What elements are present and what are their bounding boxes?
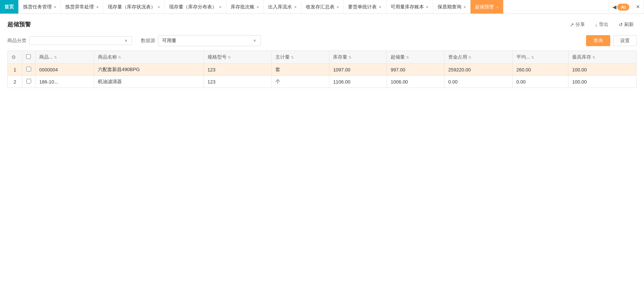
page-header: 超储预警 ↗ 分享 ↓ 导出 ↺ 刷新 bbox=[7, 20, 637, 29]
cell-max-stock: 100.00 bbox=[568, 64, 637, 76]
cell-avg: 0.00 bbox=[513, 76, 568, 88]
row-checkbox-cell bbox=[22, 64, 36, 76]
cell-avg: 260.00 bbox=[513, 64, 568, 76]
category-label: 商品分类 bbox=[7, 37, 26, 44]
refresh-icon: ↺ bbox=[619, 22, 623, 27]
nav-item-3[interactable]: 现存量（库存分布表） × bbox=[165, 0, 226, 14]
sort-icon: ⇅ bbox=[228, 55, 231, 59]
cell-capital: 259220.00 bbox=[444, 64, 513, 76]
row-number: 1 bbox=[8, 64, 22, 76]
data-table: ⚙ 商品... ⇅ 商品名称 ⇅ bbox=[7, 51, 637, 88]
nav-item-6[interactable]: 收发存汇总表 × bbox=[301, 0, 344, 14]
datasource-filter: 数据源 可用量 ▼ bbox=[141, 35, 261, 46]
page-title: 超储预警 bbox=[7, 21, 31, 29]
cell-stock: 1097.00 bbox=[329, 64, 387, 76]
sort-icon: ⇅ bbox=[348, 55, 351, 59]
chevron-down-icon: ▼ bbox=[253, 38, 257, 43]
th-product-code[interactable]: 商品... ⇅ bbox=[36, 51, 94, 64]
settings-button[interactable]: 设置 bbox=[613, 35, 637, 46]
th-spec[interactable]: 规格型号 ⇅ bbox=[204, 51, 272, 64]
select-all-checkbox[interactable] bbox=[26, 54, 31, 59]
category-select[interactable]: ▼ bbox=[29, 36, 132, 45]
close-icon[interactable]: × bbox=[257, 5, 259, 9]
th-max-stock[interactable]: 最高库存 ⇅ bbox=[568, 51, 637, 64]
cell-capital: 0.00 bbox=[444, 76, 513, 88]
query-button[interactable]: 查询 bbox=[586, 35, 610, 46]
th-checkbox bbox=[22, 51, 36, 64]
filter-row: 商品分类 ▼ 数据源 可用量 ▼ 查询 设置 bbox=[7, 35, 637, 46]
nav-close-btn[interactable]: ✕ bbox=[632, 0, 644, 14]
datasource-select-value: 可用量 bbox=[162, 37, 176, 44]
sort-icon: ⇅ bbox=[592, 55, 595, 59]
header-row: ⚙ 商品... ⇅ 商品名称 ⇅ bbox=[8, 51, 637, 64]
cell-max-stock: 100.00 bbox=[568, 76, 637, 88]
th-overstock[interactable]: 超储量 ⇅ bbox=[387, 51, 444, 64]
chevron-down-icon: ▼ bbox=[124, 38, 128, 43]
table-row: 2 186-10... 机油滤清器 123 个 1106.00 1006.00 … bbox=[8, 76, 637, 88]
cell-overstock: 1006.00 bbox=[387, 76, 444, 88]
row-checkbox-cell bbox=[22, 76, 36, 88]
gear-icon[interactable]: ⚙ bbox=[11, 54, 16, 60]
close-icon[interactable]: × bbox=[496, 5, 498, 9]
cell-overstock: 997.00 bbox=[387, 64, 444, 76]
row-checkbox[interactable] bbox=[26, 67, 31, 71]
nav-item-5[interactable]: 出入库流水 × bbox=[264, 0, 301, 14]
nav-item-7[interactable]: 要货单统计表 × bbox=[344, 0, 386, 14]
close-icon[interactable]: × bbox=[96, 5, 98, 9]
cell-unit: 套 bbox=[272, 64, 329, 76]
close-icon[interactable]: × bbox=[379, 5, 381, 9]
nav-item-0[interactable]: 拣货任务管理 × bbox=[19, 0, 61, 14]
th-avg[interactable]: 平均... ⇅ bbox=[513, 51, 568, 64]
page-content: 超储预警 ↗ 分享 ↓ 导出 ↺ 刷新 商品分类 ▼ 数据源 bbox=[0, 14, 644, 293]
close-icon[interactable]: × bbox=[158, 5, 160, 9]
nav-item-2[interactable]: 现存量（库存状况表） × bbox=[103, 0, 165, 14]
datasource-select[interactable]: 可用量 ▼ bbox=[158, 35, 261, 46]
sort-icon: ⇅ bbox=[291, 55, 294, 59]
nav-item-1[interactable]: 拣货异常处理 × bbox=[61, 0, 103, 14]
cell-product-code: 0000004 bbox=[36, 64, 94, 76]
th-stock[interactable]: 库存量 ⇅ bbox=[329, 51, 387, 64]
table-row: 1 0000004 六配套新昌490BPG 123 套 1097.00 997.… bbox=[8, 64, 637, 76]
close-icon[interactable]: × bbox=[464, 5, 466, 9]
nav-home[interactable]: 首页 bbox=[0, 0, 19, 14]
category-filter: 商品分类 ▼ bbox=[7, 36, 132, 45]
filter-buttons: 查询 设置 bbox=[586, 35, 637, 46]
row-checkbox[interactable] bbox=[26, 79, 31, 84]
cell-spec: 123 bbox=[204, 76, 272, 88]
cell-stock: 1106.00 bbox=[329, 76, 387, 88]
cell-product-name: 机油滤清器 bbox=[94, 76, 204, 88]
th-unit[interactable]: 主计量 ⇅ bbox=[272, 51, 329, 64]
header-actions: ↗ 分享 ↓ 导出 ↺ 刷新 bbox=[567, 20, 637, 29]
ai-badge[interactable]: Ai bbox=[617, 4, 629, 11]
th-settings: ⚙ bbox=[8, 51, 22, 64]
close-icon[interactable]: × bbox=[426, 5, 428, 9]
sort-icon: ⇅ bbox=[54, 55, 57, 59]
close-icon[interactable]: × bbox=[219, 5, 221, 9]
nav-item-9[interactable]: 保质期查询 × bbox=[433, 0, 471, 14]
export-button[interactable]: ↓ 导出 bbox=[592, 20, 612, 29]
datasource-label: 数据源 bbox=[141, 37, 155, 44]
nav-item-4[interactable]: 库存批次账 × bbox=[226, 0, 264, 14]
cell-unit: 个 bbox=[272, 76, 329, 88]
cell-product-code: 186-10... bbox=[36, 76, 94, 88]
table-body: 1 0000004 六配套新昌490BPG 123 套 1097.00 997.… bbox=[8, 64, 637, 88]
close-icon[interactable]: × bbox=[54, 5, 56, 9]
sort-icon: ⇅ bbox=[406, 55, 409, 59]
close-icon[interactable]: × bbox=[294, 5, 296, 9]
row-number: 2 bbox=[8, 76, 22, 88]
nav-item-8[interactable]: 可用量库存账本 × bbox=[386, 0, 433, 14]
nav-item-10[interactable]: 超储预警 × bbox=[471, 0, 503, 14]
close-icon[interactable]: × bbox=[337, 5, 339, 9]
export-icon: ↓ bbox=[595, 22, 598, 27]
share-button[interactable]: ↗ 分享 bbox=[567, 20, 588, 29]
sort-icon: ⇅ bbox=[118, 55, 121, 59]
share-icon: ↗ bbox=[570, 22, 574, 27]
sort-icon: ⇅ bbox=[531, 55, 534, 59]
top-nav: 首页 拣货任务管理 × 拣货异常处理 × 现存量（库存状况表） × 现存量（库存… bbox=[0, 0, 644, 14]
cell-spec: 123 bbox=[204, 64, 272, 76]
th-capital[interactable]: 资金占用 ⇅ bbox=[444, 51, 513, 64]
table-header: ⚙ 商品... ⇅ 商品名称 ⇅ bbox=[8, 51, 637, 64]
th-product-name[interactable]: 商品名称 ⇅ bbox=[94, 51, 204, 64]
refresh-button[interactable]: ↺ 刷新 bbox=[616, 20, 637, 29]
sort-icon: ⇅ bbox=[468, 55, 471, 59]
